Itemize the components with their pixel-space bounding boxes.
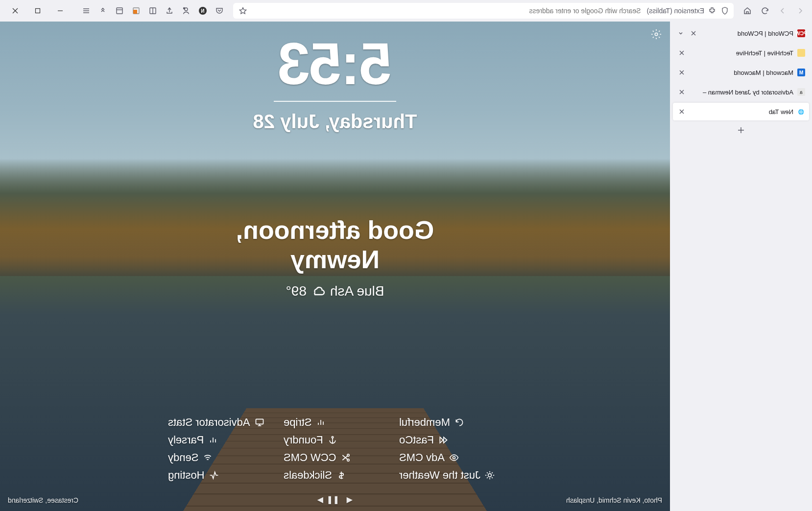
quick-link[interactable]: Stripe xyxy=(284,416,386,429)
tab-item[interactable]: TechHive | TechHive xyxy=(673,44,809,62)
quick-link[interactable]: Sendy xyxy=(168,451,271,464)
svg-rect-8 xyxy=(117,8,122,14)
quick-link-label: Adv CMS xyxy=(399,451,445,464)
tab-favicon xyxy=(797,49,805,57)
bg-next-icon[interactable]: ▶ xyxy=(316,495,325,504)
eye-icon xyxy=(449,452,459,463)
forward-button[interactable] xyxy=(775,3,790,19)
account-button[interactable] xyxy=(178,3,194,19)
reload-button[interactable] xyxy=(757,3,773,19)
close-tab-icon[interactable] xyxy=(677,48,687,58)
svg-point-3 xyxy=(183,7,185,9)
photo-location[interactable]: Crestasee, Switzerland xyxy=(8,496,78,504)
pocket-button[interactable] xyxy=(212,3,227,19)
svg-line-46 xyxy=(342,456,347,460)
tab-label: TechHive | TechHive xyxy=(691,49,793,57)
bookmark-star-icon[interactable] xyxy=(237,5,249,17)
maximize-button[interactable] xyxy=(26,3,49,19)
addressbar-input[interactable] xyxy=(249,7,641,15)
monitor-icon xyxy=(254,417,265,428)
overflow-button[interactable] xyxy=(95,3,111,19)
sidebar-button[interactable] xyxy=(145,3,161,19)
quick-link-label: Advisorator Stats xyxy=(168,416,250,429)
quick-link-label: Sendy xyxy=(168,451,198,464)
tab-item[interactable]: aAdvisorator by Jared Newman – xyxy=(673,83,809,101)
tab-label: PCWorld | PCWorld xyxy=(702,30,793,37)
shield-icon[interactable] xyxy=(720,6,730,16)
library-button[interactable] xyxy=(112,3,127,19)
svg-rect-7 xyxy=(133,10,137,14)
extension-n-button[interactable]: N xyxy=(195,3,211,19)
quick-link-label: Foundry xyxy=(284,434,323,446)
scissors-icon xyxy=(340,452,351,463)
svg-rect-33 xyxy=(256,419,263,424)
svg-point-29 xyxy=(655,33,658,36)
clock-date: Thursday, July 28 xyxy=(253,111,417,133)
quick-link-label: Stripe xyxy=(284,416,311,429)
quick-link[interactable]: Just the Weather xyxy=(399,469,502,482)
new-tab-button[interactable] xyxy=(673,122,809,138)
svg-rect-14 xyxy=(36,9,40,13)
tab-item[interactable]: 🌐New Tab xyxy=(673,103,809,120)
close-window-button[interactable] xyxy=(4,3,26,19)
quick-link[interactable]: Adv CMS xyxy=(399,451,502,464)
photo-credit[interactable]: Photo, Kevin Schmid, Unsplash xyxy=(566,496,662,504)
bars-icon xyxy=(315,417,326,428)
close-tab-icon[interactable] xyxy=(677,107,687,116)
greeting-text: Good afternoon, Newmy xyxy=(0,216,670,275)
quick-link-label: Slickdeals xyxy=(284,469,332,482)
refresh-icon xyxy=(454,417,465,428)
quick-link[interactable]: Slickdeals xyxy=(284,469,386,482)
home-button[interactable] xyxy=(740,3,755,19)
tab-favicon: M xyxy=(797,69,805,76)
cloud-icon xyxy=(311,284,325,298)
back-button[interactable] xyxy=(792,3,808,19)
address-bar[interactable]: Extension (Tabliss) xyxy=(233,3,734,19)
rewind-icon xyxy=(438,435,449,445)
tab-item[interactable]: MMacworld | Macworld xyxy=(673,64,809,81)
close-tab-icon[interactable] xyxy=(677,68,687,77)
bg-pause-icon[interactable]: ❚❚ xyxy=(331,495,339,504)
menu-button[interactable] xyxy=(78,3,94,19)
settings-gear-icon[interactable] xyxy=(649,27,663,41)
extension-icon xyxy=(707,6,717,16)
quick-link[interactable]: FastCo xyxy=(399,434,502,446)
quick-link[interactable]: Memberful xyxy=(399,416,502,429)
close-tab-icon[interactable] xyxy=(689,28,698,38)
svg-point-48 xyxy=(488,474,492,477)
quick-link[interactable]: Hosting xyxy=(168,469,271,482)
clock-time: 5:53 xyxy=(253,34,417,93)
quick-link-label: Parsely xyxy=(168,434,204,446)
quick-links: MemberfulStripeAdvisorator StatsFastCoFo… xyxy=(0,416,670,482)
container-button[interactable] xyxy=(128,3,144,19)
close-tab-icon[interactable] xyxy=(677,87,687,97)
share-button[interactable] xyxy=(162,3,177,19)
svg-text:N: N xyxy=(201,8,204,14)
tab-favicon: a xyxy=(797,88,805,96)
quick-link[interactable]: Parsely xyxy=(168,434,271,446)
bg-prev-icon[interactable]: ◀ xyxy=(345,495,354,504)
svg-point-43 xyxy=(453,457,455,459)
svg-line-54 xyxy=(487,477,488,478)
chevron-down-icon[interactable] xyxy=(677,29,685,37)
tab-item[interactable]: PCWPCWorld | PCWorld xyxy=(673,24,809,42)
svg-marker-37 xyxy=(440,437,443,443)
browser-toolbar: Extension (Tabliss) N xyxy=(0,0,812,22)
quick-link[interactable]: Foundry xyxy=(284,434,386,446)
quick-link-label: Hosting xyxy=(168,469,205,482)
background-controls: ◀ ❚❚ ▶ xyxy=(316,495,354,504)
addressbar-label: Extension (Tabliss) xyxy=(647,7,705,15)
quick-link-label: CCW CMS xyxy=(284,451,336,464)
anchor-icon xyxy=(327,435,338,445)
dollar-icon xyxy=(336,470,347,481)
svg-line-55 xyxy=(492,477,493,478)
bars-icon xyxy=(208,435,218,445)
quick-link[interactable]: CCW CMS xyxy=(284,451,386,464)
weather-location: Blue Ash xyxy=(330,283,384,299)
minimize-button[interactable] xyxy=(49,3,72,19)
weather-widget[interactable]: Blue Ash 89° xyxy=(0,283,670,299)
quick-link[interactable]: Advisorator Stats xyxy=(168,416,271,429)
tab-label: Advisorator by Jared Newman – xyxy=(691,89,793,96)
wifi-icon xyxy=(202,452,213,463)
page-content: 5:53 Thursday, July 28 Good afternoon, N… xyxy=(0,22,670,511)
